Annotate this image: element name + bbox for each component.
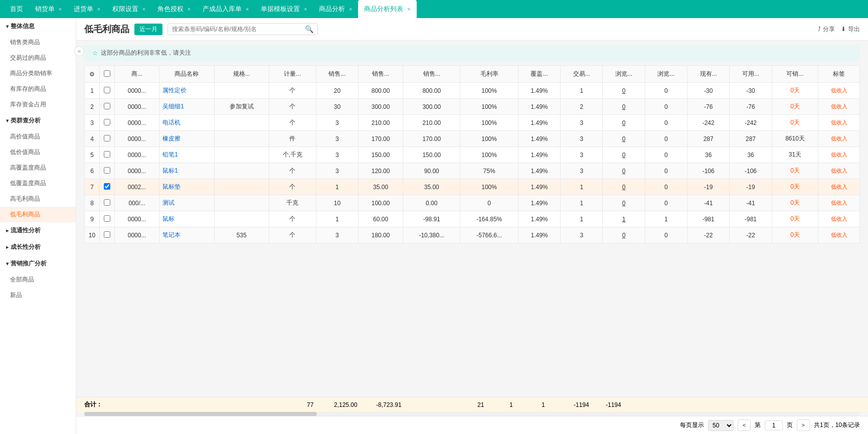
sidebar-item-in-stock-products[interactable]: 有库存的商品 [0, 81, 76, 97]
row-checkbox[interactable] [100, 163, 115, 179]
row-checkbox[interactable] [100, 83, 115, 99]
row-views1[interactable]: 0 [603, 131, 645, 147]
sidebar-item-low-coverage[interactable]: 低覆盖度商品 [0, 176, 76, 191]
row-name[interactable]: 鼠标 [159, 211, 214, 227]
close-icon[interactable]: × [188, 6, 191, 12]
close-icon[interactable]: × [97, 6, 100, 12]
nav-home[interactable]: 首页 [4, 0, 29, 18]
row-coverage: 1.49% [518, 179, 560, 195]
prev-page-button[interactable]: ＜ [738, 419, 751, 431]
sidebar-item-low-value[interactable]: 低价值商品 [0, 144, 76, 160]
row-name[interactable]: 鼠标1 [159, 163, 214, 179]
close-icon[interactable]: × [246, 6, 249, 12]
nav-purchase-order[interactable]: 进货单 × [68, 0, 106, 18]
search-icon[interactable]: 🔍 [305, 25, 313, 33]
row-sales-qty: 3 [316, 163, 358, 179]
row-checkbox[interactable] [100, 147, 115, 163]
row-checkbox[interactable] [100, 211, 115, 227]
row-checkbox[interactable] [100, 195, 115, 211]
nav-product-analysis-list[interactable]: 商品分析列表 × [358, 0, 416, 18]
sidebar-group-cluster[interactable]: ▾ 类群查分析 [0, 112, 76, 129]
row-views1[interactable]: 1 [603, 211, 645, 227]
row-views1[interactable]: 0 [603, 195, 645, 211]
period-button[interactable]: 近一月 [134, 24, 162, 35]
search-input[interactable] [172, 26, 305, 33]
row-sales-amount: 800.00 [403, 83, 460, 99]
export-label: 导出 [848, 25, 860, 34]
row-checkbox[interactable] [100, 131, 115, 147]
row-gross-margin: 100% [460, 83, 518, 99]
row-unit: 件 [269, 131, 316, 147]
row-name[interactable]: 电话机 [159, 115, 214, 131]
row-views1[interactable]: 0 [603, 163, 645, 179]
next-page-button[interactable]: ＞ [797, 419, 810, 431]
row-name[interactable]: 测试 [159, 195, 214, 211]
close-icon[interactable]: × [304, 6, 307, 12]
sidebar-item-low-margin[interactable]: 低毛利商品 [0, 207, 76, 222]
sidebar-item-traded-products[interactable]: 交易过的商品 [0, 50, 76, 66]
row-sales-amount: 0.00 [403, 195, 460, 211]
sidebar-collapse-button[interactable]: « [74, 46, 84, 56]
nav-template-settings[interactable]: 单据模板设置 × [255, 0, 313, 18]
sidebar-item-new-products[interactable]: 新品 [0, 287, 76, 303]
row-views1[interactable]: 0 [603, 227, 645, 243]
row-name[interactable]: 橡皮擦 [159, 131, 214, 147]
page-size-select[interactable]: 50 100 [708, 420, 734, 431]
sidebar-group-overall[interactable]: ▾ 整体信息 [0, 18, 76, 35]
col-checkbox-all[interactable] [100, 66, 115, 83]
sidebar-group-circulation[interactable]: ▸ 流通性分析 [0, 222, 76, 239]
sidebar-item-high-value[interactable]: 高价值商品 [0, 129, 76, 144]
row-checkbox[interactable] [100, 179, 115, 195]
row-checkbox[interactable] [100, 227, 115, 243]
sidebar-item-high-margin[interactable]: 高毛利商品 [0, 191, 76, 207]
row-name[interactable]: 属性定价 [159, 83, 214, 99]
sidebar-item-stock-capital[interactable]: 库存资金占用 [0, 97, 76, 112]
row-checkbox[interactable] [100, 115, 115, 131]
close-icon[interactable]: × [407, 6, 410, 12]
row-views1[interactable]: 0 [603, 115, 645, 131]
col-sales-price: 销售... [359, 66, 403, 83]
row-coverage: 1.49% [518, 147, 560, 163]
row-views1[interactable]: 0 [603, 147, 645, 163]
close-icon[interactable]: × [349, 6, 352, 12]
nav-product-entry[interactable]: 产成品入库单 × [197, 0, 255, 18]
row-name[interactable]: 吴细细1 [159, 99, 214, 115]
row-trade-count: 2 [561, 99, 603, 115]
table-row: 3 0000... 电话机 个 3 210.00 210.00 100% 1.4… [85, 115, 860, 131]
row-name[interactable]: 鼠标垫 [159, 179, 214, 195]
close-icon[interactable]: × [142, 6, 145, 12]
total-views2: 1 [542, 401, 572, 408]
col-settings[interactable]: ⚙ [85, 66, 100, 83]
sidebar-item-all-products[interactable]: 全部商品 [0, 272, 76, 287]
row-views1[interactable]: 0 [603, 179, 645, 195]
row-current-stock: -76 [687, 99, 730, 115]
page-number-input[interactable] [765, 420, 783, 430]
row-views2: 0 [645, 147, 687, 163]
scrollbar-thumb[interactable] [84, 412, 317, 416]
product-table: ⚙ 商... 商品名称 规格... 计量... 销售... 销售... 销售..… [84, 65, 860, 243]
row-tag: 低收入 [818, 195, 860, 211]
row-gross-margin: -164.85% [460, 211, 518, 227]
row-views1[interactable]: 0 [603, 99, 645, 115]
row-views1[interactable]: 0 [603, 83, 645, 99]
nav-product-analysis[interactable]: 商品分析 × [313, 0, 358, 18]
horizontal-scrollbar[interactable] [84, 412, 860, 416]
export-button[interactable]: ⬇ 导出 [841, 25, 860, 34]
nav-permissions[interactable]: 权限设置 × [106, 0, 151, 18]
sidebar-group-marketing[interactable]: ▾ 营销推广分析 [0, 255, 76, 272]
sidebar-group-growth[interactable]: ▸ 成长性分析 [0, 239, 76, 255]
row-num: 1 [85, 83, 100, 99]
row-code: 000/... [115, 195, 159, 211]
nav-sales-order[interactable]: 销货单 × [29, 0, 68, 18]
share-button[interactable]: ⤴ 分享 [818, 25, 835, 34]
close-icon[interactable]: × [59, 6, 62, 12]
sidebar-item-sales-products[interactable]: 销售类商品 [0, 35, 76, 50]
table-footer: 合计： 77 2,125.00 -8,723.91 21 1 1 -1194 -… [76, 397, 868, 412]
sidebar-item-high-coverage[interactable]: 高覆盖度商品 [0, 160, 76, 176]
row-checkbox[interactable] [100, 99, 115, 115]
nav-role-auth[interactable]: 角色授权 × [151, 0, 197, 18]
sidebar-item-category-assist-rate[interactable]: 商品分类助销率 [0, 66, 76, 81]
row-name[interactable]: 铅笔1 [159, 147, 214, 163]
select-all-checkbox[interactable] [104, 70, 110, 77]
row-name[interactable]: 笔记本 [159, 227, 214, 243]
